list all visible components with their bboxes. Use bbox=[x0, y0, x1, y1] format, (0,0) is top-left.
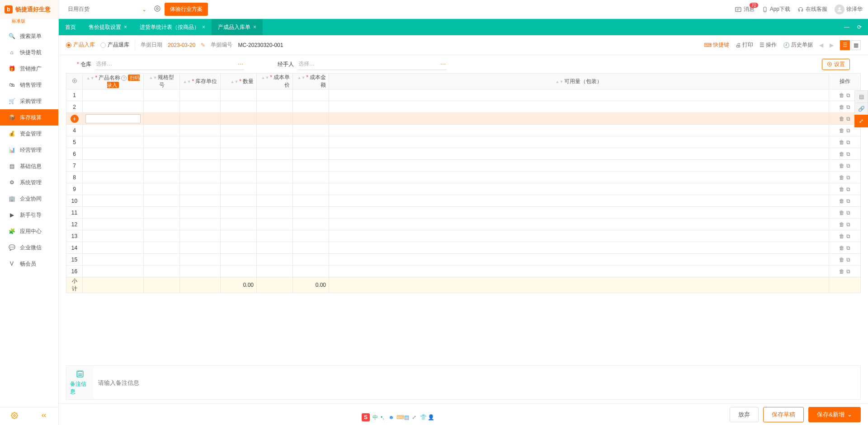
sidebar-item-0[interactable]: 🔍搜索菜单 bbox=[0, 28, 58, 44]
sidebar-item-14[interactable]: V畅会员 bbox=[0, 256, 58, 272]
col-spec[interactable]: ▲▼规格型号 bbox=[144, 74, 180, 89]
help-icon[interactable]: ? bbox=[121, 75, 127, 81]
close-icon[interactable]: × bbox=[202, 24, 205, 30]
add-row-icon[interactable]: + bbox=[71, 115, 79, 123]
sidebar-item-4[interactable]: 🛒采购管理 bbox=[0, 93, 58, 109]
copy-row-icon[interactable]: ⧉ bbox=[846, 245, 850, 251]
delete-row-icon[interactable]: 🗑 bbox=[839, 127, 844, 134]
sidebar-item-2[interactable]: 🎁营销推广 bbox=[0, 61, 58, 77]
col-unit[interactable]: ▲▼*库存单位 bbox=[180, 74, 221, 89]
col-qty[interactable]: ▲▼*数量 bbox=[221, 74, 257, 89]
date-value[interactable]: 2023-03-20 bbox=[168, 42, 195, 48]
support-button[interactable]: 在线客服 bbox=[797, 5, 827, 13]
delete-row-icon[interactable]: 🗑 bbox=[839, 210, 844, 216]
sidebar-item-13[interactable]: 💬企业微信 bbox=[0, 239, 58, 256]
float-tool-2[interactable]: 🔗 bbox=[854, 103, 868, 115]
table-row[interactable]: 7🗑⧉ bbox=[66, 160, 861, 172]
copy-row-icon[interactable]: ⧉ bbox=[846, 163, 850, 169]
save-draft-button[interactable]: 保存草稿 bbox=[763, 407, 804, 422]
float-tool-1[interactable]: ▤ bbox=[854, 90, 868, 103]
sidebar-item-5[interactable]: 📦库存核算 bbox=[0, 109, 58, 126]
copy-row-icon[interactable]: ⧉ bbox=[846, 92, 850, 98]
copy-row-icon[interactable]: ⧉ bbox=[846, 127, 850, 134]
float-tool-expand[interactable]: ⤢ bbox=[854, 115, 868, 127]
table-row[interactable]: 5🗑⧉ bbox=[66, 136, 861, 148]
copy-row-icon[interactable]: ⧉ bbox=[846, 116, 850, 122]
table-row[interactable]: 9🗑⧉ bbox=[66, 183, 861, 195]
delete-row-icon[interactable]: 🗑 bbox=[839, 245, 844, 251]
print-button[interactable]: 🖨 打印 bbox=[736, 41, 753, 49]
operate-button[interactable]: ☰ 操作 bbox=[760, 41, 777, 49]
tabs-refresh-icon[interactable]: ⟳ bbox=[854, 21, 865, 33]
copy-row-icon[interactable]: ⧉ bbox=[846, 186, 850, 192]
history-button[interactable]: 🕘 历史单据 bbox=[783, 41, 813, 49]
table-row[interactable]: 1🗑⧉ bbox=[66, 89, 861, 101]
delete-row-icon[interactable]: 🗑 bbox=[839, 221, 844, 228]
delete-row-icon[interactable]: 🗑 bbox=[839, 163, 844, 169]
delete-row-icon[interactable]: 🗑 bbox=[839, 151, 844, 157]
close-icon[interactable]: × bbox=[253, 24, 256, 30]
radio-product-in[interactable]: 产品入库 bbox=[66, 41, 95, 49]
user-menu[interactable]: 徐泽华 bbox=[835, 5, 863, 14]
sidebar-item-3[interactable]: 🛍销售管理 bbox=[0, 77, 58, 93]
settings-gear-icon[interactable] bbox=[11, 412, 18, 420]
ime-logo-icon[interactable]: S bbox=[362, 413, 370, 421]
delete-row-icon[interactable]: 🗑 bbox=[839, 257, 844, 263]
delete-row-icon[interactable]: 🗑 bbox=[839, 139, 844, 145]
table-row[interactable]: 11🗑⧉ bbox=[66, 207, 861, 219]
sidebar-item-8[interactable]: ▤基础信息 bbox=[0, 158, 58, 174]
delete-row-icon[interactable]: 🗑 bbox=[839, 92, 844, 98]
tab-3[interactable]: 产成品入库单× bbox=[212, 19, 263, 35]
col-price[interactable]: ▲▼*成本单价 bbox=[257, 74, 293, 89]
copy-row-icon[interactable]: ⧉ bbox=[846, 174, 850, 181]
sidebar-item-12[interactable]: 🧩应用中心 bbox=[0, 223, 58, 239]
sidebar-item-7[interactable]: 📊经营管理 bbox=[0, 142, 58, 158]
view-grid-icon[interactable]: ▦ bbox=[851, 40, 861, 50]
prev-doc-icon[interactable]: ◀ bbox=[819, 42, 823, 48]
delete-row-icon[interactable]: 🗑 bbox=[839, 116, 844, 122]
ime-tools[interactable]: •, ☻ ⌨ ▤ ⤢ 👕 👤 bbox=[381, 414, 434, 420]
discard-button[interactable]: 放弃 bbox=[730, 407, 759, 422]
app-download-button[interactable]: App下载 bbox=[762, 5, 790, 13]
copy-row-icon[interactable]: ⧉ bbox=[846, 198, 850, 204]
messages-button[interactable]: 消息 70 bbox=[735, 5, 755, 13]
copy-row-icon[interactable]: ⧉ bbox=[846, 210, 850, 216]
copy-row-icon[interactable]: ⧉ bbox=[846, 104, 850, 110]
copy-row-icon[interactable]: ⧉ bbox=[846, 151, 850, 157]
table-row[interactable]: 14🗑⧉ bbox=[66, 242, 861, 254]
store-selector[interactable]: 日用百货 ⌄ bbox=[64, 4, 150, 15]
product-name-input[interactable] bbox=[85, 114, 141, 123]
sidebar-item-11[interactable]: ▶新手引导 bbox=[0, 207, 58, 223]
table-row[interactable]: 10🗑⧉ bbox=[66, 195, 861, 207]
copy-row-icon[interactable]: ⧉ bbox=[846, 268, 850, 275]
edit-date-icon[interactable]: ✎ bbox=[201, 42, 205, 48]
sidebar-item-6[interactable]: 💰资金管理 bbox=[0, 126, 58, 142]
copy-row-icon[interactable]: ⧉ bbox=[846, 139, 850, 145]
handler-select[interactable]: 选择… ⋯ bbox=[297, 58, 447, 70]
collapse-sidebar-icon[interactable] bbox=[40, 412, 47, 420]
warehouse-select[interactable]: 选择… ⋯ bbox=[95, 58, 244, 70]
copy-row-icon[interactable]: ⧉ bbox=[846, 221, 850, 228]
table-row[interactable]: 15🗑⧉ bbox=[66, 254, 861, 266]
delete-row-icon[interactable]: 🗑 bbox=[839, 186, 844, 192]
promo-button[interactable]: 体验行业方案 bbox=[165, 3, 208, 16]
col-product-name[interactable]: ▲▼*产品名称?扫码录入 bbox=[83, 74, 144, 89]
delete-row-icon[interactable]: 🗑 bbox=[839, 104, 844, 110]
col-amount[interactable]: ▲▼*成本金额 bbox=[293, 74, 329, 89]
table-row[interactable]: 12🗑⧉ bbox=[66, 219, 861, 230]
sidebar-item-1[interactable]: ⌂快捷导航 bbox=[0, 44, 58, 61]
delete-row-icon[interactable]: 🗑 bbox=[839, 268, 844, 275]
tab-1[interactable]: 售价提取设置× bbox=[82, 19, 133, 35]
tabs-minimize-icon[interactable]: — bbox=[841, 21, 853, 33]
sidebar-item-10[interactable]: 🏢企业协同 bbox=[0, 191, 58, 207]
col-available[interactable]: ▲▼可用量（包装） bbox=[329, 74, 829, 89]
table-row[interactable]: 8🗑⧉ bbox=[66, 172, 861, 183]
table-row[interactable]: 16🗑⧉ bbox=[66, 266, 861, 277]
save-new-button[interactable]: 保存&新增⌄ bbox=[808, 407, 861, 422]
column-settings-button[interactable]: 设置 bbox=[822, 59, 850, 70]
remark-input[interactable] bbox=[94, 366, 860, 399]
table-row[interactable]: 2🗑⧉ bbox=[66, 101, 861, 113]
ime-lang[interactable]: 中 bbox=[373, 414, 378, 421]
view-list-icon[interactable]: ☰ bbox=[840, 40, 850, 50]
radio-product-return[interactable]: 产品退库 bbox=[100, 41, 129, 49]
